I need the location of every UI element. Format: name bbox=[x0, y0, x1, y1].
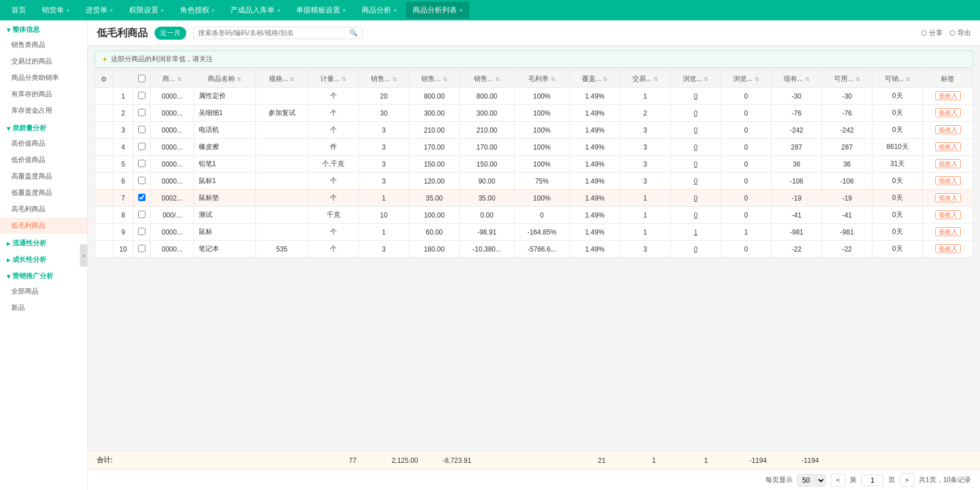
nav-close-role[interactable]: × bbox=[212, 7, 215, 14]
nav-close-product-analysis-list[interactable]: × bbox=[459, 7, 463, 14]
row-check[interactable] bbox=[134, 139, 151, 156]
browse1-link[interactable]: 0 bbox=[694, 109, 697, 117]
nav-close-product-analysis[interactable]: × bbox=[393, 7, 397, 14]
row-check[interactable] bbox=[134, 88, 151, 105]
row-checkbox[interactable] bbox=[138, 143, 145, 150]
row-name[interactable]: 鼠标1 bbox=[194, 173, 255, 190]
sidebar-item-low-value[interactable]: 低价值商品 bbox=[0, 152, 87, 168]
row-checkbox[interactable] bbox=[138, 245, 145, 252]
browse1-link[interactable]: 0 bbox=[694, 245, 697, 253]
nav-purchase[interactable]: 进货单 × bbox=[79, 2, 120, 19]
row-name[interactable]: 鼠标 bbox=[194, 224, 255, 241]
row-check[interactable] bbox=[134, 207, 151, 224]
prev-page-button[interactable]: ＜ bbox=[831, 474, 845, 487]
row-checkbox[interactable] bbox=[138, 177, 145, 184]
sidebar-section-cluster[interactable]: ▾ 类群量分析 bbox=[0, 119, 87, 135]
row-name[interactable]: 鼠标垫 bbox=[194, 190, 255, 207]
row-checkbox[interactable] bbox=[138, 160, 145, 167]
sidebar-item-low-profit[interactable]: 低毛利商品 bbox=[0, 218, 87, 234]
row-browse1[interactable]: 0 bbox=[670, 156, 721, 173]
nav-close-template[interactable]: × bbox=[343, 7, 346, 14]
row-name[interactable]: 笔记本 bbox=[194, 241, 255, 258]
browse1-link[interactable]: 0 bbox=[694, 92, 697, 100]
row-browse1[interactable]: 1 bbox=[670, 224, 721, 241]
th-available[interactable]: 可用... ⇅ bbox=[822, 71, 872, 88]
nav-sales[interactable]: 销货单 × bbox=[35, 2, 76, 19]
row-checkbox[interactable] bbox=[138, 211, 145, 218]
row-browse1[interactable]: 0 bbox=[670, 173, 721, 190]
th-settings[interactable]: ⚙ bbox=[95, 71, 113, 88]
row-name[interactable]: 吴细细1 bbox=[194, 105, 255, 122]
th-unit[interactable]: 计量... ⇅ bbox=[308, 71, 358, 88]
page-number-input[interactable] bbox=[861, 475, 884, 486]
th-browse1[interactable]: 浏览... ⇅ bbox=[670, 71, 721, 88]
row-check[interactable] bbox=[134, 105, 151, 122]
select-all-checkbox[interactable] bbox=[138, 75, 145, 82]
row-check[interactable] bbox=[134, 173, 151, 190]
nav-close-permission[interactable]: × bbox=[161, 7, 164, 14]
sidebar-item-sales-products[interactable]: 销售类商品 bbox=[0, 37, 87, 53]
row-checkbox[interactable] bbox=[138, 126, 145, 133]
row-check[interactable] bbox=[134, 241, 151, 258]
search-input[interactable] bbox=[198, 29, 349, 37]
sidebar-item-traded-products[interactable]: 交易过的商品 bbox=[0, 53, 87, 70]
sidebar-section-circulation[interactable]: ▸ 流通性分析 bbox=[0, 234, 87, 250]
search-icon[interactable]: 🔍 bbox=[349, 29, 358, 37]
th-sales2[interactable]: 销售... ⇅ bbox=[409, 71, 459, 88]
browse1-link[interactable]: 0 bbox=[694, 126, 697, 134]
row-name[interactable]: 测试 bbox=[194, 207, 255, 224]
nav-role[interactable]: 角色授权 × bbox=[173, 2, 222, 19]
th-current[interactable]: 现有... ⇅ bbox=[771, 71, 821, 88]
row-checkbox[interactable] bbox=[138, 109, 145, 116]
row-browse1[interactable]: 0 bbox=[670, 190, 721, 207]
nav-home[interactable]: 首页 bbox=[5, 2, 33, 19]
th-name[interactable]: 商品名称 ⇅ bbox=[194, 71, 255, 88]
export-button[interactable]: ⬡ 导出 bbox=[949, 28, 971, 38]
row-browse1[interactable]: 0 bbox=[670, 207, 721, 224]
th-trade[interactable]: 交易... ⇅ bbox=[620, 71, 670, 88]
sidebar-item-high-value[interactable]: 高价值商品 bbox=[0, 135, 87, 152]
sidebar-collapse-btn[interactable]: « bbox=[80, 244, 88, 267]
browse1-link[interactable]: 1 bbox=[694, 228, 697, 236]
sidebar-section-marketing[interactable]: ▾ 营销推广分析 bbox=[0, 267, 87, 283]
browse1-link[interactable]: 0 bbox=[694, 143, 697, 151]
row-browse1[interactable]: 0 bbox=[670, 139, 721, 156]
row-check[interactable] bbox=[134, 190, 151, 207]
browse1-link[interactable]: 0 bbox=[694, 160, 697, 168]
sidebar-section-overall[interactable]: ▾ 整体信息 bbox=[0, 20, 87, 37]
row-check[interactable] bbox=[134, 122, 151, 139]
row-name[interactable]: 电话机 bbox=[194, 122, 255, 139]
nav-product-inbound[interactable]: 产成品入库单 × bbox=[224, 2, 287, 19]
row-name[interactable]: 橡皮擦 bbox=[194, 139, 255, 156]
row-browse1[interactable]: 0 bbox=[670, 88, 721, 105]
nav-product-analysis-list[interactable]: 商品分析列表 × bbox=[406, 2, 469, 19]
th-sales1[interactable]: 销售... ⇅ bbox=[358, 71, 409, 88]
sidebar-item-high-coverage[interactable]: 高覆盖度商品 bbox=[0, 168, 87, 185]
page-size-select[interactable]: 50 100 200 bbox=[797, 474, 826, 487]
th-gross-rate[interactable]: 毛利率 ⇅ bbox=[514, 71, 570, 88]
row-name[interactable]: 铅笔1 bbox=[194, 156, 255, 173]
sidebar-item-inventory-capital[interactable]: 库存资金占用 bbox=[0, 103, 87, 119]
nav-template[interactable]: 单据模板设置 × bbox=[289, 2, 353, 19]
sidebar-item-in-stock[interactable]: 有库存的商品 bbox=[0, 86, 87, 103]
sidebar-item-new-products[interactable]: 新品 bbox=[0, 300, 87, 316]
sidebar-item-all-products[interactable]: 全部商品 bbox=[0, 283, 87, 300]
nav-close-product-inbound[interactable]: × bbox=[277, 7, 280, 14]
sidebar-item-high-profit[interactable]: 高毛利商品 bbox=[0, 201, 87, 218]
nav-permission[interactable]: 权限设置 × bbox=[122, 2, 171, 19]
nav-product-analysis[interactable]: 商品分析 × bbox=[355, 2, 404, 19]
th-check[interactable] bbox=[134, 71, 151, 88]
th-spec[interactable]: 规格... ⇅ bbox=[255, 71, 308, 88]
row-check[interactable] bbox=[134, 156, 151, 173]
row-checkbox[interactable] bbox=[138, 194, 145, 201]
th-code[interactable]: 商... ⇅ bbox=[151, 71, 194, 88]
sidebar-section-growth[interactable]: ▸ 成长性分析 bbox=[0, 250, 87, 267]
nav-close-sales[interactable]: × bbox=[66, 7, 70, 14]
nav-close-purchase[interactable]: × bbox=[110, 7, 113, 14]
row-check[interactable] bbox=[134, 224, 151, 241]
share-button[interactable]: ⬡ 分享 bbox=[921, 28, 943, 38]
row-checkbox[interactable] bbox=[138, 228, 145, 235]
row-browse1[interactable]: 0 bbox=[670, 241, 721, 258]
th-coverage[interactable]: 覆盖... ⇅ bbox=[570, 71, 620, 88]
row-browse1[interactable]: 0 bbox=[670, 105, 721, 122]
